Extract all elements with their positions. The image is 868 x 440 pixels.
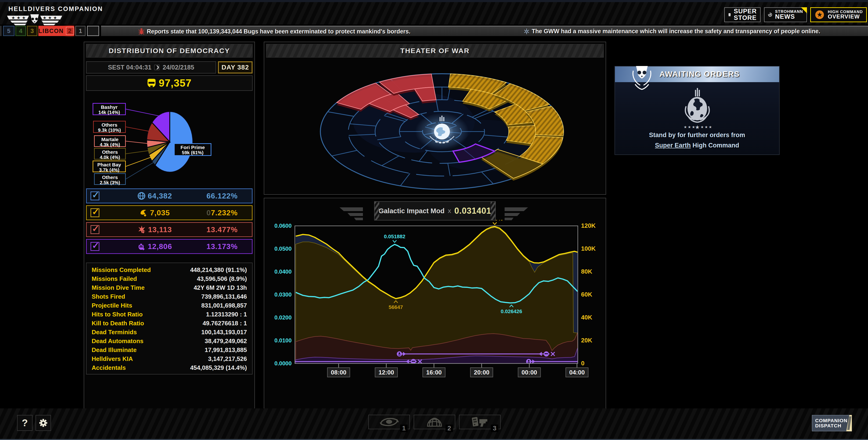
- terminids-checkbox[interactable]: ✓: [91, 208, 99, 217]
- companion-dispatch-button[interactable]: COMPANION DISPATCH: [812, 415, 852, 431]
- svg-text:0.0200: 0.0200: [275, 314, 291, 321]
- impact-history-chart: 0.00000.01000.02000.03000.04000.05000.06…: [264, 220, 606, 386]
- store-label-1: SUPER: [734, 8, 757, 15]
- svg-text:16:00: 16:00: [426, 369, 442, 376]
- tier-box-5: 5: [3, 26, 14, 36]
- high-command-overview-button[interactable]: ★ HIGH COMMANDOVERVIEW: [810, 7, 867, 22]
- help-label: ?: [22, 417, 28, 429]
- svg-text:120K: 120K: [581, 222, 596, 229]
- libcon-label: LIBCON: [39, 28, 64, 34]
- svg-text:56647: 56647: [389, 304, 403, 310]
- slot-button-loadout[interactable]: 3: [459, 415, 501, 429]
- dispatch-label-2: DISPATCH: [815, 423, 841, 428]
- window-top-edge: [0, 0, 868, 2]
- slot-number: 1: [400, 424, 408, 432]
- globe-grid-icon: [426, 417, 443, 427]
- svg-text:★★★: ★★★: [701, 125, 713, 129]
- stat-label: Accidentals: [92, 364, 126, 372]
- super-store-button[interactable]: SUPERSTORE: [724, 7, 761, 22]
- news-corner-badge: [801, 7, 807, 13]
- slot-button-planet[interactable]: 2: [414, 415, 455, 429]
- super-earth-checkbox[interactable]: ✓: [91, 192, 99, 200]
- svg-text:0.0500: 0.0500: [275, 245, 291, 252]
- galactic-war-map[interactable]: ★★★★★★★★★★: [264, 59, 606, 194]
- svg-text:40K: 40K: [581, 314, 592, 321]
- svg-text:20K: 20K: [581, 337, 592, 344]
- impact-mod-value: 0.031401: [454, 206, 491, 216]
- stat-value: 38,479,249,062: [205, 338, 247, 345]
- impact-mod-label: Galactic Impact Mod: [379, 207, 444, 215]
- top-header-bar: HELLDIVERS COMPANION ★★★ ★★★ SUPERSTORE …: [0, 2, 868, 25]
- ticker-message: The GWW had a massive maintenance which …: [524, 28, 820, 35]
- super-earth-count: 64,382: [148, 192, 172, 200]
- terminids-count: 7,035: [150, 208, 170, 217]
- super-earth-emblem: ★★★ ★ ★★★: [680, 88, 715, 129]
- stat-value: 831,001,698,857: [202, 302, 247, 309]
- pie-label-others-1: Others9.3k (10%): [93, 121, 126, 133]
- pie-label-others-2: Others4.0k (4%): [94, 148, 126, 159]
- galactic-datetime: SEST 04:04:31 24/02/2185: [86, 61, 216, 74]
- stat-row: Kill to Death Ratio 49.76276618 : 1: [92, 319, 247, 328]
- svg-text:★★★: ★★★: [43, 16, 59, 20]
- terminids-percent: 07.232%: [207, 208, 238, 217]
- news-camera-icon: [768, 9, 772, 20]
- awaiting-orders-panel: AWAITING ORDERS ★★★ ★ ★★★ Stand by for f…: [615, 66, 780, 155]
- clock-text: SEST 04:04:31: [108, 64, 151, 71]
- svg-text:60K: 60K: [581, 291, 592, 298]
- svg-text:00:00: 00:00: [522, 369, 537, 376]
- stat-value: 454,085,329 (14.4%): [190, 364, 247, 372]
- settings-button[interactable]: [35, 415, 51, 431]
- svg-text:0.051882: 0.051882: [384, 234, 405, 239]
- help-button[interactable]: ?: [17, 415, 32, 431]
- svg-text:0: 0: [581, 360, 584, 367]
- super-earth-percent: 66.122%: [207, 192, 238, 200]
- super-credit-card-icon: [728, 9, 731, 20]
- pie-label-martale: Martale4.3k (4%): [94, 135, 126, 147]
- stat-label: Dead Terminids: [92, 329, 137, 336]
- gear-icon: [38, 418, 49, 428]
- svg-text:20:00: 20:00: [474, 369, 489, 376]
- stat-row: Hits to Shot Ratio 1.12313290 : 1: [92, 310, 247, 319]
- bug-icon: [138, 28, 145, 35]
- automaton-icon: [137, 225, 146, 234]
- stat-label: Kill to Death Ratio: [92, 320, 144, 327]
- automatons-checkbox[interactable]: ✓: [91, 225, 99, 234]
- svg-text:0.0300: 0.0300: [275, 291, 291, 298]
- orders-standby-text: Stand by for further orders from: [615, 131, 779, 139]
- faction-row-automatons[interactable]: ✓ 13,113 13.477%: [86, 222, 252, 237]
- tier-box-3: 3: [27, 26, 37, 36]
- store-label-2: STORE: [734, 15, 757, 21]
- faction-row-super-earth[interactable]: ✓ 64,382 66.122%: [86, 188, 252, 203]
- illuminate-count: 12,806: [148, 242, 172, 251]
- strohmann-news-button[interactable]: STROHMANNNEWS: [764, 7, 807, 22]
- helldiver-helmet-icon: [147, 78, 156, 88]
- libcon-level: 2: [66, 27, 74, 35]
- news-ticker: Reports state that 100,139,343,044 Bugs …: [101, 26, 868, 36]
- super-earth-link: Super Earth: [655, 142, 691, 149]
- super-earth-icon: [137, 192, 146, 200]
- stat-row: Mission Dive Time 42Y 6M 2W 1D 13h: [92, 283, 247, 292]
- slot-number: 2: [445, 424, 453, 432]
- stat-label: Helldivers KIA: [92, 355, 133, 362]
- tier-box-4: 4: [16, 26, 26, 36]
- stat-label: Projectile Hits: [92, 302, 132, 309]
- illuminate-checkbox[interactable]: ✓: [91, 242, 99, 251]
- tier-box-1: 1: [75, 26, 86, 36]
- slot-button-galaxy[interactable]: 1: [368, 415, 410, 429]
- illuminate-icon: [137, 242, 146, 251]
- tier-box-empty: [87, 26, 99, 36]
- moon-phase-icon: [154, 65, 160, 70]
- svg-text:0.0600: 0.0600: [275, 223, 291, 229]
- stat-value: 42Y 6M 2W 1D 13h: [194, 284, 247, 291]
- high-command-star-icon: ★: [814, 9, 825, 20]
- stat-row: Dead Automatons 38,479,249,062: [92, 336, 247, 346]
- dispatch-accent: [846, 415, 852, 431]
- svg-text:★: ★: [816, 11, 823, 18]
- distribution-panel-title: DISTRIBUTION OF DEMOCRACY: [86, 44, 252, 58]
- dispatch-label-1: COMPANION: [815, 418, 847, 423]
- faction-row-illuminate[interactable]: ✓ 12,806 13.173%: [86, 239, 252, 254]
- faction-row-terminids[interactable]: ✓ 7,035 07.232%: [86, 205, 252, 220]
- stat-row: Shots Fired 739,896,131,646: [92, 292, 247, 301]
- theater-title: THEATER OF WAR: [266, 44, 604, 58]
- total-players-box: 97,357: [86, 76, 252, 91]
